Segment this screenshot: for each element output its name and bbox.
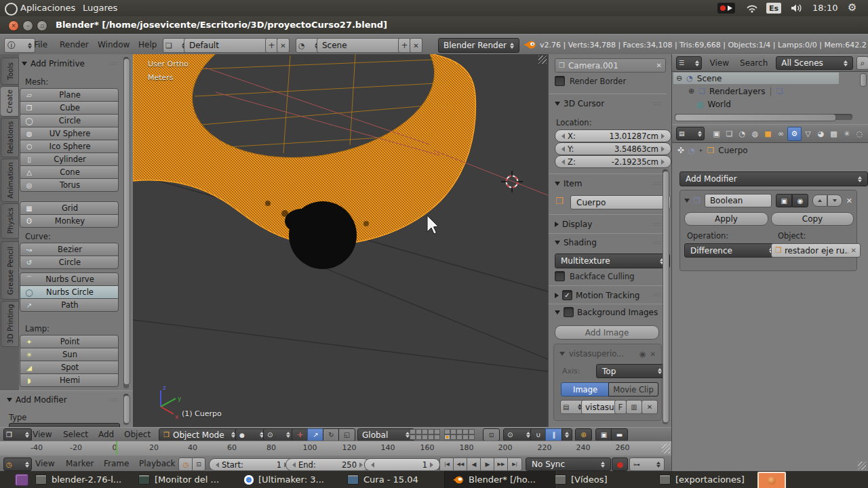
object-name-field[interactable]: Cuerpo bbox=[570, 195, 671, 209]
add-plane-button[interactable]: ▱Plane bbox=[20, 88, 119, 102]
fake-user-button[interactable]: F bbox=[614, 400, 627, 414]
expand-icon[interactable] bbox=[559, 352, 565, 356]
timeline-menu-playback[interactable]: Playback bbox=[139, 459, 176, 468]
viewport-canvas[interactable]: z y x bbox=[133, 54, 548, 427]
object-data-tab-icon[interactable]: ▽ bbox=[802, 127, 814, 140]
operation-dropdown[interactable]: Difference bbox=[684, 243, 779, 258]
outliner-row-scene[interactable]: ⊖ ◔ Scene bbox=[673, 73, 839, 84]
render-visibility-toggle[interactable]: ▣ bbox=[776, 194, 792, 207]
active-object-item[interactable]: ❒ Camera.001 ✕ bbox=[555, 58, 666, 73]
motion-tracking-panel-header[interactable]: ✓ Motion Tracking∷∷ bbox=[555, 290, 662, 300]
modifier-panel-header[interactable]: ❐ Boolean ▣ ◉ ✕ bbox=[684, 194, 852, 207]
expand-icon[interactable] bbox=[684, 199, 690, 203]
applications-menu[interactable]: Aplicaciones bbox=[20, 3, 75, 13]
transform-orientation-dropdown[interactable]: Global bbox=[357, 428, 414, 441]
copy-button[interactable]: Copy bbox=[771, 212, 854, 226]
motion-tracking-checkbox[interactable]: ✓ bbox=[562, 290, 572, 300]
sync-mode-dropdown[interactable]: No Sync bbox=[526, 458, 611, 471]
shelf-tab-physics[interactable]: Physics bbox=[1, 203, 19, 239]
speaker-icon[interactable] bbox=[791, 3, 804, 13]
scrollbar-thumb[interactable] bbox=[123, 58, 130, 385]
add-grid-button[interactable]: ▦Grid bbox=[20, 201, 119, 215]
clear-object-icon[interactable]: ✕ bbox=[851, 247, 856, 254]
outliner-h-scrollbar[interactable] bbox=[675, 114, 852, 120]
outliner-row-world[interactable]: ◍ World bbox=[696, 98, 731, 110]
renderlayer-badge-icon[interactable]: ❏ bbox=[776, 87, 783, 96]
shading-panel-header[interactable]: Shading∷∷ bbox=[555, 238, 662, 247]
outliner-scope-dropdown[interactable]: All Scenes bbox=[776, 56, 852, 70]
snap-toggle-button[interactable]: ∪ bbox=[530, 428, 547, 441]
window-close-button[interactable]: ✕ bbox=[8, 20, 19, 31]
viewport-menu-select[interactable]: Select bbox=[63, 430, 88, 439]
render-border-checkbox[interactable] bbox=[555, 76, 565, 86]
n-panel-scrollbar[interactable] bbox=[663, 169, 668, 424]
add-ico-sphere-button[interactable]: ⬡Ico Sphere bbox=[20, 140, 119, 153]
current-frame-field[interactable]: 1 bbox=[364, 458, 440, 471]
jump-to-start-button[interactable]: |◀ bbox=[439, 458, 454, 471]
breadcrumb-object-name[interactable]: Cuerpo bbox=[718, 146, 747, 155]
taskbar-recorder-button[interactable] bbox=[757, 472, 786, 488]
properties-editor-selector[interactable]: ▤ bbox=[676, 127, 705, 140]
timeline-ruler[interactable]: -40 -20 0 20 40 60 80 100 120 140 160 18… bbox=[0, 441, 671, 456]
end-frame-field[interactable]: End:250 bbox=[285, 458, 370, 471]
layers-widget[interactable] bbox=[410, 429, 475, 440]
shelf-tab-tools[interactable]: Tools bbox=[1, 58, 19, 85]
delete-modifier-icon[interactable]: ✕ bbox=[846, 197, 852, 205]
pin-icon[interactable]: ✜ bbox=[677, 146, 684, 155]
3d-cursor-panel-header[interactable]: 3D Cursor∷∷ bbox=[555, 99, 662, 108]
cursor-z-field[interactable]: Z:-2.19235cm bbox=[555, 155, 671, 168]
translate-manipulator-button[interactable]: ↗ bbox=[307, 428, 324, 441]
apply-button[interactable]: Apply bbox=[684, 212, 768, 226]
world-tab-icon[interactable]: ◍ bbox=[749, 127, 762, 140]
close-icon[interactable]: ✕ bbox=[656, 62, 662, 69]
move-modifier-down-button[interactable] bbox=[827, 195, 842, 207]
shelf-tab-grease-pencil[interactable]: Grease Pencil bbox=[1, 241, 19, 300]
lock-range-button[interactable]: ⊡ bbox=[192, 458, 205, 471]
ubuntu-logo-icon[interactable] bbox=[5, 3, 18, 16]
shading-mode-dropdown[interactable]: Multitexture bbox=[555, 253, 670, 268]
layout-delete-button[interactable]: ✕ bbox=[277, 38, 290, 53]
add-curve-circle-button[interactable]: ↺Circle bbox=[20, 256, 119, 269]
menu-help[interactable]: Help bbox=[138, 40, 157, 49]
keyboard-layout-indicator[interactable]: Es bbox=[766, 3, 781, 14]
timeline-menu-marker[interactable]: Marker bbox=[66, 459, 94, 468]
unlink-image-button[interactable]: ✕ bbox=[642, 400, 658, 414]
render-layers-tab-icon[interactable]: ❏ bbox=[723, 127, 736, 140]
taskbar-item-ultimaker-browser[interactable]: [Ultimaker: 3... bbox=[244, 471, 324, 488]
scene-name-field[interactable]: Scene bbox=[317, 38, 408, 53]
play-reverse-button[interactable]: ◀ bbox=[467, 458, 481, 471]
boolean-object-field[interactable]: ❒ restador eje ru... ✕ bbox=[771, 243, 861, 258]
scale-manipulator-button[interactable]: ◱ bbox=[338, 428, 355, 441]
render-opengl-button[interactable]: ▣ bbox=[595, 428, 612, 441]
render-tab-icon[interactable]: ▣ bbox=[710, 127, 723, 140]
add-hemi-lamp-button[interactable]: ◗Hemi bbox=[20, 373, 119, 387]
viewport-visibility-toggle[interactable]: ◉ bbox=[792, 194, 808, 207]
start-frame-field[interactable]: Start:1 bbox=[209, 458, 294, 471]
outliner-v-scrollbar[interactable] bbox=[860, 73, 867, 87]
add-point-lamp-button[interactable]: ✦Point bbox=[20, 335, 119, 348]
previous-keyframe-button[interactable]: ◀◀ bbox=[453, 458, 468, 471]
object-tab-icon[interactable]: ■ bbox=[762, 127, 774, 140]
viewport-menu-object[interactable]: Object bbox=[124, 430, 151, 439]
panel-drag-dots[interactable]: ∷∷ bbox=[110, 61, 118, 67]
pivot-point-dropdown[interactable]: ⊙ bbox=[263, 428, 294, 441]
particles-tab-icon[interactable]: ✳ bbox=[840, 127, 853, 140]
menu-render[interactable]: Render bbox=[60, 40, 89, 49]
taskbar-item-cura[interactable]: Cura - 15.04 bbox=[347, 471, 418, 488]
modifier-name-field[interactable]: Boolean bbox=[705, 194, 772, 207]
panel-drag-dots[interactable]: ∷∷ bbox=[110, 397, 118, 403]
viewport-menu-add[interactable]: Add bbox=[98, 430, 114, 439]
window-title-bar[interactable]: ✕ – ▫ Blender* [/home/josevicente/Escrit… bbox=[0, 16, 868, 34]
area-corner-grip[interactable] bbox=[538, 56, 547, 64]
expand-icon[interactable]: ⊕ bbox=[688, 87, 694, 96]
collapse-icon[interactable]: ⊖ bbox=[676, 74, 682, 83]
add-circle-button[interactable]: ◯Circle bbox=[20, 114, 119, 127]
taskbar-item-blender-installer[interactable]: blender-2.76-l... bbox=[35, 471, 121, 488]
background-images-panel-header[interactable]: Background Images bbox=[555, 307, 662, 317]
source-movie-clip-tab[interactable]: Movie Clip bbox=[608, 382, 658, 396]
shelf-tab-3d-printing[interactable]: 3D Printing bbox=[1, 301, 19, 347]
black-sphere-object[interactable] bbox=[289, 201, 357, 269]
snap-element-dropdown[interactable] bbox=[561, 428, 572, 441]
outliner-search-button[interactable]: ⌕ bbox=[856, 56, 868, 70]
add-modifier-panel-header[interactable]: Add Modifier ∷∷ bbox=[7, 395, 118, 405]
